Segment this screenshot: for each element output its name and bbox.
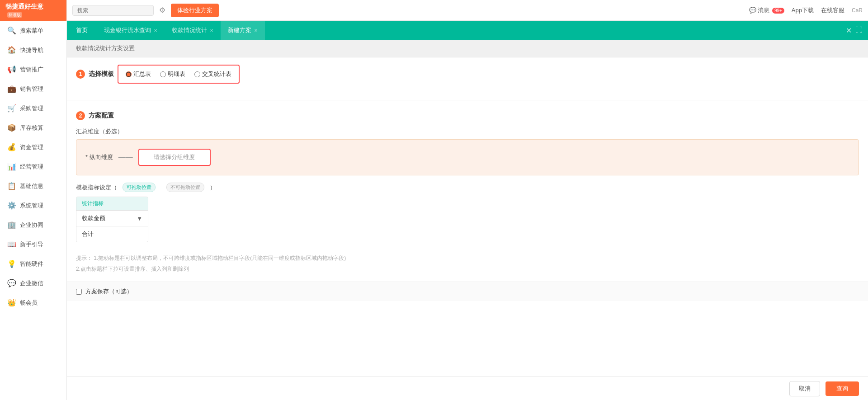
- tips-line2: 2.点击标题栏下拉可设置排序、插入列和删除列: [76, 264, 859, 274]
- sidebar-icon: 🔍: [7, 26, 16, 35]
- step2-num: 2: [76, 111, 85, 120]
- radio-input-cross[interactable]: [194, 71, 200, 77]
- sidebar-icon: 💼: [7, 85, 16, 93]
- dimension-title: 汇总维度（必选）: [76, 127, 859, 136]
- sidebar-item-销售管理[interactable]: 💼销售管理: [0, 79, 66, 99]
- indicator-end: ）: [210, 184, 216, 192]
- tips-text1: 提示： 1.拖动标题栏可以调整布局，不可跨维度或指标区域拖动栏目字段(只能在同一…: [76, 253, 346, 264]
- step2-label: 2 方案配置: [76, 111, 859, 120]
- radio-detail[interactable]: 明细表: [160, 70, 185, 78]
- sidebar-label: 销售管理: [20, 85, 43, 93]
- close-window-icon[interactable]: ✕: [846, 26, 852, 35]
- tab-close-icon[interactable]: ✕: [210, 28, 213, 33]
- query-button[interactable]: 查询: [826, 381, 859, 396]
- sidebar-icon: 📊: [7, 162, 16, 171]
- sidebar-item-畅会员[interactable]: 👑畅会员: [0, 293, 66, 312]
- content-area: 收款情况统计方案设置 1 选择模板 汇总表明细表交叉统计表 2 方案配置: [67, 40, 868, 376]
- sidebar-item-新手引导[interactable]: 📖新手引导: [0, 235, 66, 254]
- sidebar-icon: 📢: [7, 65, 16, 74]
- group-dimension-select[interactable]: 请选择分组维度: [138, 149, 211, 166]
- sidebar-item-经营管理[interactable]: 📊经营管理: [0, 157, 66, 176]
- sidebar-item-资金管理[interactable]: 💰资金管理: [0, 137, 66, 157]
- sidebar-item-基础信息[interactable]: 📋基础信息: [0, 176, 66, 196]
- indicator-cell-合计: 合计: [76, 226, 148, 242]
- indicator-cell-label: 收款金额: [82, 214, 105, 222]
- trial-button[interactable]: 体验行业方案: [171, 4, 219, 17]
- tab-新建方案[interactable]: 新建方案✕: [221, 21, 265, 40]
- indicator-dropdown-icon[interactable]: ▼: [137, 215, 142, 222]
- sidebar-icon: ⚙️: [7, 201, 16, 210]
- tab-close-icon[interactable]: ✕: [254, 28, 258, 33]
- sidebar-icon: 🛒: [7, 104, 16, 113]
- sidebar-item-企业协同[interactable]: 🏢企业协同: [0, 215, 66, 235]
- radio-input-summary[interactable]: [126, 71, 132, 77]
- sidebar-item-搜索菜单[interactable]: 🔍搜索菜单: [0, 21, 66, 40]
- template-selection: 汇总表明细表交叉统计表: [118, 65, 240, 84]
- sidebar-label: 新手引导: [20, 240, 43, 249]
- message-icon[interactable]: 💬 消息 99+: [749, 6, 784, 14]
- tab-label: 收款情况统计: [172, 26, 207, 34]
- radio-cross[interactable]: 交叉统计表: [194, 70, 231, 78]
- indicator-section: 模板指标设定（ 可拖动位置 不可拖动位置 ） 统计指标 收款金额▼合计: [76, 183, 859, 244]
- tabbar-actions: ✕ ⛶: [846, 26, 868, 35]
- topbar-right: 💬 消息 99+ App下载 在线客服 CaR: [749, 6, 863, 14]
- sidebar-icon: 📦: [7, 123, 16, 132]
- sidebar-item-快捷导航[interactable]: 🏠快捷导航: [0, 40, 66, 60]
- save-label: 方案保存（可选）: [85, 287, 132, 296]
- sidebar-item-智能硬件[interactable]: 💡智能硬件: [0, 254, 66, 273]
- step1-num: 1: [76, 70, 85, 79]
- radio-label-detail: 明细表: [168, 70, 185, 78]
- message-label: 消息: [758, 7, 769, 14]
- movable-tag: 可拖动位置: [123, 183, 156, 192]
- cancel-button[interactable]: 取消: [789, 381, 820, 396]
- online-support-link[interactable]: 在线客服: [821, 6, 844, 14]
- sidebar-logo: 畅捷通好生意 标准版: [0, 0, 66, 21]
- sidebar-item-库存核算[interactable]: 📦库存核算: [0, 118, 66, 137]
- user-name: CaR: [852, 7, 863, 14]
- sidebar-icon: 🏠: [7, 46, 16, 54]
- sidebar-label: 企业微信: [20, 279, 43, 287]
- sidebar-label: 系统管理: [20, 202, 43, 210]
- sidebar-item-营销推广[interactable]: 📢营销推广: [0, 60, 66, 79]
- divider1: [67, 100, 868, 100]
- save-section: 方案保存（可选）: [67, 282, 868, 301]
- indicator-label-row: 模板指标设定（ 可拖动位置 不可拖动位置 ）: [76, 183, 859, 192]
- dimension-area: * 纵向维度 —— 请选择分组维度: [76, 139, 859, 175]
- indicator-cell-label: 合计: [82, 230, 94, 238]
- tips-section: 提示： 1.拖动标题栏可以调整布局，不可跨维度或指标区域拖动栏目字段(只能在同一…: [76, 253, 859, 274]
- indicator-cell-收款金额: 收款金额▼: [76, 211, 148, 226]
- tab-现金银行流水查询[interactable]: 现金银行流水查询✕: [97, 21, 165, 40]
- sidebar-icon: 📋: [7, 182, 16, 190]
- tab-close-icon[interactable]: ✕: [154, 28, 157, 33]
- save-checkbox[interactable]: [76, 289, 82, 295]
- app-download-link[interactable]: App下载: [792, 6, 814, 14]
- radio-summary[interactable]: 汇总表: [126, 70, 151, 78]
- sidebar-item-采购管理[interactable]: 🛒采购管理: [0, 99, 66, 118]
- sidebar-label: 畅会员: [20, 299, 38, 307]
- indicator-table: 统计指标 收款金额▼合计: [76, 197, 148, 242]
- sidebar-label: 资金管理: [20, 143, 43, 151]
- sidebar-label: 经营管理: [20, 163, 43, 171]
- message-badge: 99+: [772, 8, 784, 14]
- page-header: 收款情况统计方案设置: [67, 40, 868, 57]
- app-badge: 标准版: [7, 12, 22, 18]
- sidebar-icon: 💰: [7, 143, 16, 151]
- gear-icon[interactable]: ⚙: [159, 6, 165, 14]
- main-area: ⚙ 体验行业方案 💬 消息 99+ App下载 在线客服 CaR 首页 现金银行…: [67, 0, 868, 400]
- tab-label: 新建方案: [228, 26, 251, 34]
- sidebar: 畅捷通好生意 标准版 🔍搜索菜单🏠快捷导航📢营销推广💼销售管理🛒采购管理📦库存核…: [0, 0, 67, 400]
- sidebar-label: 基础信息: [20, 182, 43, 190]
- sidebar-label: 搜索菜单: [20, 27, 43, 35]
- search-input[interactable]: [72, 5, 154, 16]
- step2-title: 方案配置: [89, 112, 114, 120]
- sidebar-item-企业微信[interactable]: 💬企业微信: [0, 273, 66, 293]
- sidebar-icon: 💬: [7, 279, 16, 287]
- tab-收款情况统计[interactable]: 收款情况统计✕: [165, 21, 221, 40]
- sidebar-item-系统管理[interactable]: ⚙️系统管理: [0, 196, 66, 215]
- sidebar-icon: 🏢: [7, 221, 16, 229]
- dimension-row: * 纵向维度 —— 请选择分组维度: [85, 149, 849, 166]
- tab-home[interactable]: 首页: [67, 21, 97, 40]
- sidebar-icon: 👑: [7, 298, 16, 307]
- maximize-icon[interactable]: ⛶: [855, 26, 863, 34]
- radio-input-detail[interactable]: [160, 71, 166, 77]
